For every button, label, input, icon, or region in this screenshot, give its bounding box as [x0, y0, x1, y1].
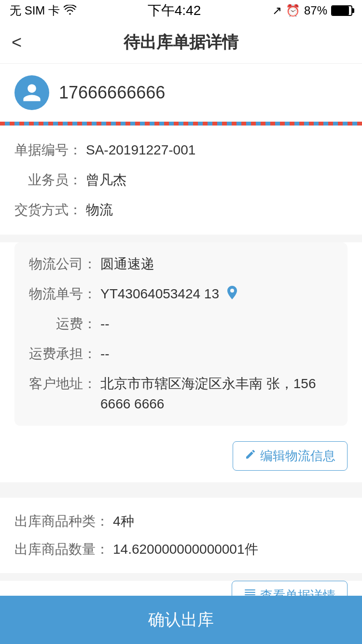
- logistics-address-label: 客户地址：: [29, 374, 97, 394]
- goods-type-label: 出库商品种类：: [14, 512, 109, 531]
- user-phone: 17666666666: [59, 83, 165, 103]
- location-status-icon: ↗: [272, 4, 282, 17]
- edit-logistics-button[interactable]: 编辑物流信息: [233, 441, 348, 471]
- logistics-card: 物流公司： 圆通速递 物流单号： YT43064053424 13 运费： --: [14, 242, 348, 426]
- status-left: 无 SIM 卡: [10, 3, 76, 18]
- logistics-freight-bearer-value: --: [100, 344, 333, 364]
- sales-person-label: 业务员：: [14, 170, 82, 190]
- delivery-method-label: 交货方式：: [14, 200, 82, 220]
- sales-person-row: 业务员： 曾凡杰: [14, 170, 348, 190]
- goods-quantity-row: 出库商品数量： 14.620000000000001件: [14, 540, 348, 559]
- avatar: [14, 75, 49, 110]
- section-divider: [0, 490, 362, 498]
- back-button[interactable]: <: [12, 32, 22, 53]
- confirm-button-text: 确认出库: [148, 609, 214, 631]
- svg-rect-2: [245, 594, 255, 595]
- logistics-company-label: 物流公司：: [29, 254, 97, 274]
- edit-logistics-label: 编辑物流信息: [260, 448, 335, 464]
- goods-type-value: 4种: [113, 512, 134, 531]
- logistics-freight-bearer-label: 运费承担：: [29, 344, 97, 364]
- logistics-tracking-label: 物流单号：: [29, 284, 97, 304]
- logistics-tracking-value: YT43064053424 13: [100, 284, 333, 304]
- content-area: 17666666666 单据编号： SA-20191227-001 业务员： 曾…: [0, 64, 362, 644]
- logistics-tracking-row: 物流单号： YT43064053424 13: [29, 284, 333, 304]
- logistics-freight-value: --: [100, 314, 333, 334]
- goods-type-row: 出库商品种类： 4种: [14, 512, 348, 531]
- wifi-icon: [64, 4, 76, 17]
- logistics-address-row: 客户地址： 北京市市辖区海淀区永丰南 张，156 6666 6666: [29, 374, 333, 414]
- goods-quantity-label: 出库商品数量：: [14, 540, 109, 559]
- location-icon[interactable]: [225, 286, 239, 302]
- status-bar: 无 SIM 卡 下午4:42 ↗ ⏰ 87%: [0, 0, 362, 21]
- logistics-company-value: 圆通速递: [100, 254, 333, 274]
- order-number-value: SA-20191227-001: [86, 140, 348, 160]
- dashed-divider: [0, 122, 362, 126]
- svg-rect-0: [245, 589, 255, 590]
- battery-icon: [331, 5, 352, 16]
- user-card: 17666666666: [0, 64, 362, 122]
- logistics-company-row: 物流公司： 圆通速递: [29, 254, 333, 274]
- confirm-button-bar[interactable]: 确认出库: [0, 596, 362, 644]
- nav-bar: < 待出库单据详情: [0, 21, 362, 64]
- goods-quantity-value: 14.620000000000001件: [113, 540, 258, 559]
- order-number-label: 单据编号：: [14, 140, 82, 160]
- carrier-text: 无 SIM 卡: [10, 3, 60, 18]
- logistics-freight-bearer-row: 运费承担： --: [29, 344, 333, 364]
- status-time: 下午4:42: [148, 1, 201, 20]
- logistics-address-value: 北京市市辖区海淀区永丰南 张，156 6666 6666: [100, 374, 333, 414]
- battery-fill: [332, 6, 349, 15]
- tracking-number: YT43064053424 13: [100, 284, 219, 304]
- alarm-icon: ⏰: [286, 4, 300, 17]
- order-number-row: 单据编号： SA-20191227-001: [14, 140, 348, 160]
- delivery-method-row: 交货方式： 物流: [14, 200, 348, 220]
- delivery-method-value: 物流: [86, 200, 348, 220]
- status-right: ↗ ⏰ 87%: [272, 4, 352, 17]
- order-info-section: 单据编号： SA-20191227-001 业务员： 曾凡杰 交货方式： 物流: [0, 126, 362, 235]
- logistics-freight-label: 运费：: [29, 314, 97, 334]
- goods-section: 出库商品种类： 4种 出库商品数量： 14.620000000000001件: [0, 498, 362, 573]
- svg-rect-1: [245, 592, 255, 593]
- page-title: 待出库单据详情: [124, 31, 238, 54]
- sales-person-value: 曾凡杰: [86, 170, 348, 190]
- edit-btn-row: 编辑物流信息: [0, 434, 362, 482]
- logistics-freight-row: 运费： --: [29, 314, 333, 334]
- edit-icon: [245, 448, 256, 463]
- battery-percent: 87%: [304, 4, 327, 17]
